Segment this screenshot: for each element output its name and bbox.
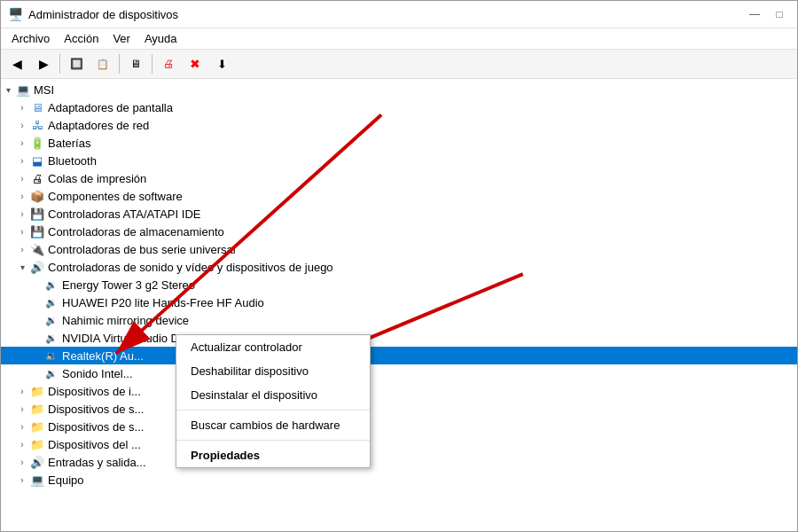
menu-accion[interactable]: Acción xyxy=(57,30,106,47)
expand-arrow: › xyxy=(15,192,29,201)
network-icon: 🖧 xyxy=(29,118,45,132)
tree-item-dispositivos-s2[interactable]: › 📁 Dispositivos de s... xyxy=(1,418,797,435)
label-adaptadores-red: Adaptadores de red xyxy=(48,119,149,132)
tree-item-nvidia[interactable]: 🔉 NVIDIA Virtual Audio Device (Wave Exte… xyxy=(1,329,797,347)
folder-icon: 📁 xyxy=(29,437,45,451)
menu-ayuda[interactable]: Ayuda xyxy=(137,30,184,47)
label-baterias: Baterías xyxy=(48,137,90,150)
tree-item-dispositivos-i[interactable]: › 📁 Dispositivos de i... xyxy=(1,382,797,400)
tree-item-colas-impresion[interactable]: › 🖨 Colas de impresión xyxy=(1,169,797,187)
folder-icon: 📁 xyxy=(29,402,45,416)
label-dispositivos-s2: Dispositivos de s... xyxy=(48,420,144,434)
tree-item-nahimic[interactable]: 🔉 Nahimic mirroring device xyxy=(1,311,797,329)
label-huawei: HUAWEI P20 lite Hands-Free HF Audio xyxy=(62,296,264,309)
title-bar-controls: — □ xyxy=(744,6,790,22)
expand-arrow: › xyxy=(15,121,29,130)
minimize-button[interactable]: — xyxy=(744,6,765,22)
tree-item-sonido-intel[interactable]: 🔉 Sonido Intel... xyxy=(1,364,797,382)
menu-ver[interactable]: Ver xyxy=(106,30,137,47)
tree-root[interactable]: ▾ 💻 MSI xyxy=(1,81,797,98)
label-entradas-salida: Entradas y salida... xyxy=(48,456,146,469)
usb-icon: 🔌 xyxy=(29,242,45,256)
context-menu: Actualizar controlador Deshabilitar disp… xyxy=(176,334,371,468)
label-adaptadores-pantalla: Adaptadores de pantalla xyxy=(48,101,173,114)
toolbar-sep-3 xyxy=(152,54,153,74)
tree-item-realtek[interactable]: 🔉 Realtek(R) Au... xyxy=(1,347,797,364)
device-manager-window: 🖥️ Administrador de dispositivos — □ Arc… xyxy=(0,0,798,532)
label-colas-impresion: Colas de impresión xyxy=(48,172,146,185)
tree-item-adaptadores-pantalla[interactable]: › 🖥 Adaptadores de pantalla xyxy=(1,98,797,116)
label-componentes-software: Componentes de software xyxy=(48,190,183,203)
expand-arrow: › xyxy=(15,174,29,184)
scan-button[interactable]: ⬇ xyxy=(209,51,234,76)
ctx-desinstalar-dispositivo[interactable]: Desinstalar el dispositivo xyxy=(176,383,370,407)
speaker-icon: 🔉 xyxy=(43,331,59,345)
tree-item-dispositivos-s1[interactable]: › 📁 Dispositivos de s... xyxy=(1,400,797,418)
label-bluetooth: Bluetooth xyxy=(48,154,97,168)
main-content: ▾ 💻 MSI › 🖥 Adaptadores de pantalla › 🖧 … xyxy=(1,79,797,531)
folder-icon: 📁 xyxy=(29,384,45,398)
label-controladoras-sonido: Controladoras de sonido y vídeo y dispos… xyxy=(48,261,333,274)
battery-icon: 🔋 xyxy=(29,136,45,150)
expand-arrow: › xyxy=(15,138,29,148)
ctx-separator xyxy=(176,410,370,411)
tree-item-equipo[interactable]: › 💻 Equipo xyxy=(1,471,797,489)
expand-arrow: › xyxy=(15,422,29,432)
speaker-icon: 🔉 xyxy=(43,366,59,380)
computer-icon: 💻 xyxy=(29,473,45,487)
title-bar: 🖥️ Administrador de dispositivos — □ xyxy=(1,1,797,28)
tree-item-controladoras-ata[interactable]: › 💾 Controladoras ATA/ATAPI IDE xyxy=(1,205,797,223)
tree-item-componentes-software[interactable]: › 📦 Componentes de software xyxy=(1,187,797,205)
label-controladoras-bus: Controladoras de bus serie universal xyxy=(48,243,236,256)
add-driver-button[interactable]: 🖨 xyxy=(156,51,181,76)
label-controladoras-ata: Controladoras ATA/ATAPI IDE xyxy=(48,207,200,221)
expand-arrow: › xyxy=(15,156,29,166)
uninstall-button[interactable]: ✖ xyxy=(183,51,207,76)
update-driver-button[interactable]: 📋 xyxy=(90,51,115,76)
toolbar: ◀ ▶ 🔲 📋 🖥 🖨 ✖ ⬇ xyxy=(1,50,797,79)
tree-item-controladoras-almacenamiento[interactable]: › 💾 Controladoras de almacenamiento xyxy=(1,223,797,240)
menu-archivo[interactable]: Archivo xyxy=(4,30,57,47)
tree-item-dispositivos-del[interactable]: › 📁 Dispositivos del ... xyxy=(1,435,797,453)
label-equipo: Equipo xyxy=(48,473,83,487)
device-manager-button[interactable]: 🖥 xyxy=(123,51,148,76)
sound-io-icon: 🔊 xyxy=(29,455,45,469)
toolbar-sep-1 xyxy=(59,54,60,74)
label-dispositivos-i: Dispositivos de i... xyxy=(48,385,141,398)
label-realtek: Realtek(R) Au... xyxy=(62,349,144,363)
tree-item-huawei[interactable]: 🔉 HUAWEI P20 lite Hands-Free HF Audio xyxy=(1,293,797,311)
properties-button[interactable]: 🔲 xyxy=(64,51,89,76)
tree-item-entradas-salida[interactable]: › 🔊 Entradas y salida... xyxy=(1,453,797,471)
expand-arrow: › xyxy=(15,458,29,467)
label-controladoras-almacenamiento: Controladoras de almacenamiento xyxy=(48,225,224,239)
tree-item-energy-tower[interactable]: 🔉 Energy Tower 3 g2 Stereo xyxy=(1,276,797,293)
maximize-button[interactable]: □ xyxy=(769,6,790,22)
ctx-propiedades[interactable]: Propiedades xyxy=(176,443,370,467)
ctx-deshabilitar-dispositivo[interactable]: Deshabilitar dispositivo xyxy=(176,359,370,383)
forward-button[interactable]: ▶ xyxy=(31,51,56,76)
bluetooth-icon: ⬓ xyxy=(29,153,45,168)
tree-item-baterias[interactable]: › 🔋 Baterías xyxy=(1,134,797,152)
app-icon: 🖥️ xyxy=(8,7,23,21)
tree-view[interactable]: ▾ 💻 MSI › 🖥 Adaptadores de pantalla › 🖧 … xyxy=(1,79,797,531)
ctx-separator-2 xyxy=(176,440,370,441)
expand-arrow: › xyxy=(15,227,29,237)
expand-arrow-root: ▾ xyxy=(1,85,15,95)
expand-arrow: › xyxy=(15,387,29,396)
expand-arrow: › xyxy=(15,209,29,219)
tree-item-bluetooth[interactable]: › ⬓ Bluetooth xyxy=(1,152,797,169)
back-button[interactable]: ◀ xyxy=(4,51,29,76)
tree-item-controladoras-bus[interactable]: › 🔌 Controladoras de bus serie universal xyxy=(1,240,797,258)
tree-item-controladoras-sonido[interactable]: ▾ 🔊 Controladoras de sonido y vídeo y di… xyxy=(1,258,797,276)
tree-root-label: MSI xyxy=(34,83,54,97)
ctx-actualizar-controlador[interactable]: Actualizar controlador xyxy=(176,335,370,359)
ctx-buscar-cambios[interactable]: Buscar cambios de hardware xyxy=(176,413,370,437)
expand-arrow: › xyxy=(15,475,29,485)
tree-item-adaptadores-red[interactable]: › 🖧 Adaptadores de red xyxy=(1,116,797,134)
toolbar-sep-2 xyxy=(119,54,120,74)
display-icon: 🖥 xyxy=(29,100,45,114)
label-sonido-intel: Sonido Intel... xyxy=(62,367,133,380)
title-bar-left: 🖥️ Administrador de dispositivos xyxy=(8,7,178,21)
printer-icon: 🖨 xyxy=(29,171,45,185)
software-icon: 📦 xyxy=(29,189,45,203)
